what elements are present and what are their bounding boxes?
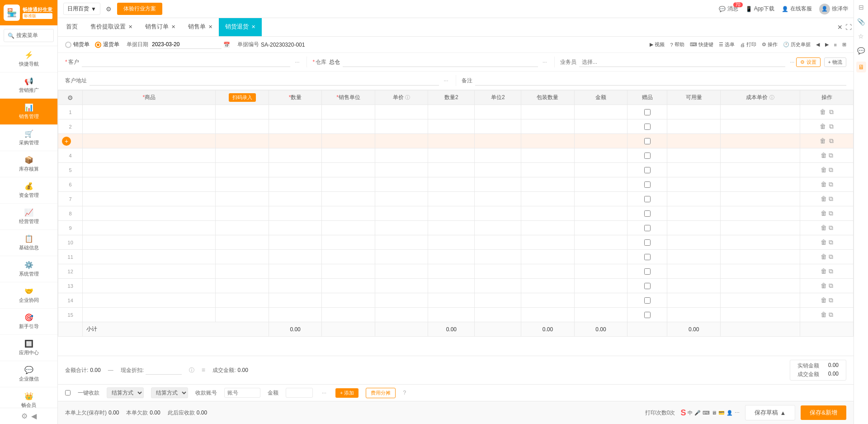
search-menu-button[interactable]: 🔍 搜索菜单 [4,29,54,42]
row-3-pack-qty[interactable] [521,134,575,148]
row-2-gift-checkbox[interactable] [644,124,651,130]
row-3-quantity2[interactable] [428,134,475,148]
address-input[interactable] [90,76,439,86]
row-14-gift-checkbox[interactable] [644,297,651,304]
row-3-gift-checkbox[interactable] [644,138,651,144]
row-12-gift-checkbox[interactable] [644,268,651,275]
row-15-gift-checkbox[interactable] [644,312,651,318]
row-2-available[interactable] [667,119,721,134]
row-6-gift-checkbox[interactable] [644,181,651,188]
row-2-copy-button[interactable]: ⧉ [828,122,835,131]
row-3-product[interactable] [83,134,216,148]
add-button[interactable]: + 添加 [335,388,359,398]
one-click-payment-checkbox[interactable] [65,390,71,395]
row-3-amount[interactable] [574,134,627,148]
radio-sales-bill[interactable]: 销货单 [65,41,90,48]
app-download-button[interactable]: 📱 App下载 [745,5,774,13]
doc-date-input[interactable] [150,40,222,49]
row-1-amount[interactable] [574,105,627,119]
scan-input-button[interactable]: 扫码录入 [229,93,256,102]
tab-sales-order[interactable]: 销售订单 ✕ [139,18,182,36]
tab-close-price-settings[interactable]: ✕ [128,24,132,30]
logistics-button[interactable]: + 物流 [824,57,846,67]
radio-return-bill[interactable]: 退货单 [95,41,119,48]
row-3-product-input[interactable] [86,138,212,144]
row-13-copy-button[interactable]: ⧉ [828,281,834,291]
row-1-gift[interactable] [627,105,667,119]
row-2-quantity[interactable] [269,119,322,134]
sidebar-item-marketing[interactable]: 📢 营销推广 [0,72,57,99]
collapse-button[interactable]: ◀ [31,412,37,420]
row-3-cost-price[interactable] [720,134,800,148]
salesperson-input[interactable] [579,57,785,67]
user-profile-button[interactable]: 👤 徐泽华 [819,4,848,14]
right-panel-btn-1[interactable]: ⊟ [859,4,864,11]
grid-view-button[interactable]: ⊞ [842,42,846,48]
row-1-cost-price[interactable] [720,105,800,119]
tab-sales-return[interactable]: 销货退货 ✕ [219,18,262,36]
calc-select[interactable]: 结算方式 [151,387,188,398]
row-1-sales-unit[interactable] [322,105,375,119]
row-12-copy-button[interactable]: ⧉ [828,267,834,276]
sidebar-item-wechat[interactable]: 💬 企业微信 [0,361,57,387]
row-3-sales-unit[interactable] [322,134,375,148]
row-1-pack-qty[interactable] [521,105,575,119]
tab-close-sales-bill[interactable]: ✕ [208,24,212,30]
save-new-button[interactable]: 保存&新增 [801,405,846,420]
right-panel-btn-4[interactable]: 💬 [857,47,865,54]
select-button[interactable]: ☰ 选单 [719,41,735,48]
sidebar-item-inventory[interactable]: 📦 库存核算 [0,151,57,177]
customer-input[interactable] [82,57,291,67]
prev-record-button[interactable]: ◀ [816,42,820,48]
message-button[interactable]: 💬 消息 70 [719,5,738,13]
next-record-button[interactable]: ▶ [825,42,829,48]
row-10-copy-button[interactable]: ⧉ [828,238,834,247]
row-11-delete-button[interactable]: 🗑 [820,252,828,261]
row-1-unit-price[interactable] [375,105,428,119]
amount-input[interactable] [286,388,313,398]
row-1-copy-button[interactable]: ⧉ [828,107,835,117]
right-panel-btn-2[interactable]: 📎 [857,18,865,25]
table-config-button[interactable]: ⚙ [67,94,73,101]
row-14-copy-button[interactable]: ⧉ [828,295,834,305]
row-1-product[interactable] [83,105,216,119]
tab-expand-button[interactable]: ⛶ [845,24,852,31]
row-5-delete-button[interactable]: 🗑 [820,165,828,174]
sidebar-item-finance[interactable]: 💰 资金管理 [0,177,57,204]
account-input[interactable] [224,388,260,398]
row-2-quantity2[interactable] [428,119,475,134]
row-6-delete-button[interactable]: 🗑 [820,180,828,189]
row-9-delete-button[interactable]: 🗑 [820,223,828,232]
right-panel-btn-5[interactable]: 🖥 [856,62,866,72]
row-7-gift-checkbox[interactable] [644,196,651,202]
row-3-unit-price[interactable] [375,134,428,148]
row-7-delete-button[interactable]: 🗑 [820,194,828,203]
experience-button[interactable]: 体验行业方案 [117,3,162,15]
row-2-delete-button[interactable]: 🗑 [819,122,827,131]
row-2-amount[interactable] [574,119,627,134]
tab-home[interactable]: 首页 [60,18,84,36]
account-dots-button[interactable]: ··· [320,390,328,396]
row-15-delete-button[interactable]: 🗑 [820,310,828,319]
header-gear-button[interactable]: ⚙ [104,4,113,14]
sidebar-item-app-center[interactable]: 🔲 应用中心 [0,335,57,361]
row-2-unit-price[interactable] [375,119,428,134]
operate-button[interactable]: ⚙ 操作 [762,41,778,48]
chinese-btn[interactable]: 中 [688,410,693,416]
list-view-button[interactable]: ≡ [834,42,837,48]
note-input[interactable] [475,76,847,86]
sidebar-item-purchase[interactable]: 🛒 采购管理 [0,125,57,151]
help-button[interactable]: ? 帮助 [670,41,684,48]
settlement-select[interactable]: 结算方式 [107,387,144,398]
tab-close-sales-order[interactable]: ✕ [171,24,175,30]
info-icon[interactable]: ⓘ [189,367,194,374]
row-4-gift-checkbox[interactable] [644,152,651,159]
row-1-gift-checkbox[interactable] [644,109,651,115]
customer-dots-button[interactable]: ··· [293,59,301,65]
app-logo[interactable]: 🏪 畅捷通好生意 标准版 [0,0,57,25]
add-row-button[interactable]: + [62,137,71,146]
row-3-gift[interactable] [627,134,667,148]
row-14-delete-button[interactable]: 🗑 [820,295,828,305]
keyboard-btn[interactable]: ⌨ [703,410,710,416]
row-2-unit2[interactable] [475,119,521,134]
